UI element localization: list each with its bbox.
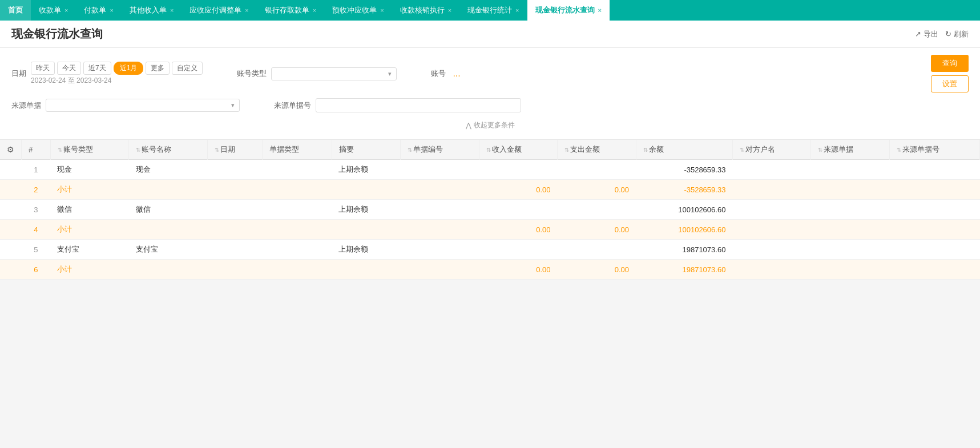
table-header-row: ⚙ # ⇅账号类型 ⇅账号名称 ⇅日期 单据类型 摘要 ⇅单据编号 ⇅收入金额 …	[0, 140, 980, 160]
td-doc-no	[401, 220, 479, 240]
td-doc-type	[263, 200, 332, 220]
td-doc-no	[401, 260, 479, 280]
td-source-doc-no	[889, 180, 979, 200]
source-doc-label: 来源单据	[11, 100, 41, 111]
gear-icon[interactable]: ⚙	[7, 145, 14, 154]
account-type-select[interactable]: ▾	[271, 67, 397, 80]
td-index: 6	[22, 260, 51, 280]
filter-row-2: 来源单据 ▾ 来源单据号	[11, 98, 969, 112]
th-account-type[interactable]: ⇅账号类型	[50, 140, 128, 160]
nav-tab-shoukuan[interactable]: 收款单×	[31, 0, 76, 21]
account-label: 账号	[431, 68, 446, 79]
account-dots[interactable]: ...	[453, 68, 460, 79]
date-btn-yesterday[interactable]: 昨天	[31, 62, 55, 75]
td-date	[207, 180, 262, 200]
account-filter-group: 账号 ...	[431, 68, 460, 79]
nav-tab-liushui[interactable]: 现金银行流水查询×	[527, 0, 610, 21]
td-expense: 0.00	[558, 180, 636, 200]
td-counterparty	[732, 260, 810, 280]
td-balance: -3528659.33	[636, 160, 732, 180]
table-row: 1现金现金上期余额-3528659.33	[0, 160, 980, 180]
td-index: 5	[22, 240, 51, 260]
td-doc-no	[401, 180, 479, 200]
td-gear	[0, 160, 22, 180]
td-doc-type	[263, 160, 332, 180]
td-income: 0.00	[479, 180, 557, 200]
export-button[interactable]: ↗ 导出	[915, 29, 938, 39]
td-doc-type	[263, 240, 332, 260]
nav-tab-yushou[interactable]: 预收冲应收单×	[324, 0, 392, 21]
td-summary	[332, 220, 400, 240]
date-btn-1month[interactable]: 近1月	[114, 62, 144, 75]
date-buttons: 昨天 今天 近7天 近1月 更多 自定义	[31, 62, 203, 75]
th-doc-no[interactable]: ⇅单据编号	[401, 140, 479, 160]
td-balance: 100102606.60	[636, 200, 732, 220]
td-counterparty	[732, 220, 810, 240]
td-expense	[558, 160, 636, 180]
td-account-name	[129, 260, 207, 280]
nav-tab-fukuan[interactable]: 付款单×	[76, 0, 121, 21]
page-header: 现金银行流水查询 ↗ 导出 ↻ 刷新	[0, 21, 980, 48]
query-button[interactable]: 查询	[931, 55, 969, 72]
td-date	[207, 220, 262, 240]
th-expense[interactable]: ⇅支出金额	[558, 140, 636, 160]
refresh-button[interactable]: ↻ 刷新	[945, 29, 969, 39]
nav-tab-yingshouyingfu[interactable]: 应收应付调整单×	[182, 0, 256, 21]
td-source-doc	[811, 260, 889, 280]
td-source-doc-no	[889, 260, 979, 280]
nav-home[interactable]: 首页	[0, 0, 31, 21]
refresh-icon: ↻	[945, 30, 951, 38]
data-table: ⚙ # ⇅账号类型 ⇅账号名称 ⇅日期 单据类型 摘要 ⇅单据编号 ⇅收入金额 …	[0, 140, 980, 280]
table-row: 3微信微信上期余额100102606.60	[0, 200, 980, 220]
th-balance[interactable]: ⇅余额	[636, 140, 732, 160]
td-source-doc	[811, 180, 889, 200]
date-filter-group: 日期 昨天 今天 近7天 近1月 更多 自定义 2023-02-24 至 202…	[11, 62, 203, 86]
td-income	[479, 200, 557, 220]
th-account-name[interactable]: ⇅账号名称	[129, 140, 207, 160]
th-source-doc-no[interactable]: ⇅来源单据号	[889, 140, 979, 160]
th-income[interactable]: ⇅收入金额	[479, 140, 557, 160]
th-gear[interactable]: ⚙	[0, 140, 22, 160]
td-account-type: 微信	[50, 200, 128, 220]
td-date	[207, 260, 262, 280]
td-account-type: 支付宝	[50, 240, 128, 260]
td-date	[207, 160, 262, 180]
source-doc-arrow-icon: ▾	[231, 102, 235, 109]
td-balance: -3528659.33	[636, 180, 732, 200]
td-source-doc	[811, 220, 889, 240]
td-income: 0.00	[479, 220, 557, 240]
td-counterparty	[732, 160, 810, 180]
td-index: 3	[22, 200, 51, 220]
date-btn-today[interactable]: 今天	[57, 62, 81, 75]
td-counterparty	[732, 180, 810, 200]
table-row: 4小计0.000.00100102606.60	[0, 220, 980, 240]
th-counterparty[interactable]: ⇅对方户名	[732, 140, 810, 160]
settings-button[interactable]: 设置	[931, 75, 969, 92]
nav-tab-shoukuanhexiao[interactable]: 收款核销执行×	[392, 0, 459, 21]
nav-tab-yinhang[interactable]: 银行存取款单×	[257, 0, 324, 21]
td-expense	[558, 200, 636, 220]
td-source-doc-no	[889, 240, 979, 260]
table-row: 6小计0.000.0019871073.60	[0, 260, 980, 280]
date-btn-7days[interactable]: 近7天	[83, 62, 111, 75]
account-type-label: 账号类型	[237, 68, 267, 79]
td-index: 4	[22, 220, 51, 240]
th-source-doc[interactable]: ⇅来源单据	[811, 140, 889, 160]
table-area: ⚙ # ⇅账号类型 ⇅账号名称 ⇅日期 单据类型 摘要 ⇅单据编号 ⇅收入金额 …	[0, 140, 980, 280]
table-body: 1现金现金上期余额-3528659.332小计0.000.00-3528659.…	[0, 160, 980, 280]
right-action-buttons: 查询 设置	[931, 55, 969, 92]
date-btn-custom[interactable]: 自定义	[172, 62, 203, 75]
filter-area: 日期 昨天 今天 近7天 近1月 更多 自定义 2023-02-24 至 202…	[0, 48, 980, 140]
nav-tab-qitashouru[interactable]: 其他收入单×	[122, 0, 182, 21]
collapse-bar[interactable]: ⋀ 收起更多条件	[11, 118, 969, 132]
td-account-type: 现金	[50, 160, 128, 180]
td-summary	[332, 260, 400, 280]
th-date[interactable]: ⇅日期	[207, 140, 262, 160]
source-doc-select[interactable]: ▾	[46, 99, 240, 112]
date-btn-more[interactable]: 更多	[146, 62, 170, 75]
date-label: 日期	[11, 68, 26, 79]
td-summary: 上期余额	[332, 200, 400, 220]
source-doc-no-input[interactable]	[316, 98, 521, 112]
nav-tab-xianjintongji[interactable]: 现金银行统计×	[459, 0, 527, 21]
td-account-type: 小计	[50, 260, 128, 280]
